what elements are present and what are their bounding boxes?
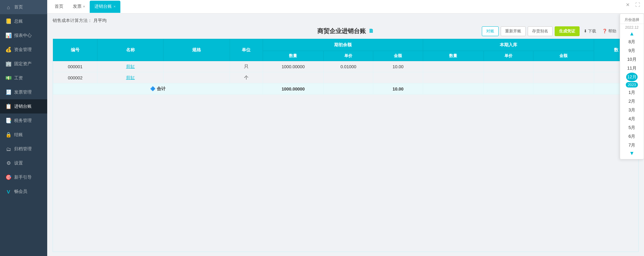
sub-col-opening-amount: 金额 <box>373 51 423 61</box>
tax-icon: 📑 <box>5 118 11 124</box>
sidebar-item-label: 新手引导 <box>14 174 32 180</box>
reopen-button[interactable]: 重新开账 <box>501 26 526 36</box>
sidebar-item-invoice-mgmt[interactable]: 🧾 发票管理 <box>0 85 47 99</box>
download-label: 下载 <box>588 28 596 34</box>
table-row: 000002 前缸 个 <box>53 72 638 83</box>
month-item-2[interactable]: 2月 <box>620 97 644 106</box>
col-group-opening: 期初余额 <box>263 39 423 51</box>
month-item-5[interactable]: 5月 <box>620 123 644 132</box>
month-prev-button[interactable]: ▲ <box>620 30 644 37</box>
cell-opening-price <box>323 72 373 83</box>
month-item-12[interactable]: 12月 <box>626 73 638 81</box>
page-title-text: 商贸企业进销台账 <box>317 27 366 35</box>
report-icon: 📊 <box>5 32 11 39</box>
page-title: 商贸企业进销台账 🗎 <box>317 27 374 35</box>
tab-invoice-close[interactable]: × <box>83 4 85 8</box>
sidebar-item-assets[interactable]: 🏢 固定资产 <box>0 57 47 71</box>
page-info-icon[interactable]: 🗎 <box>369 28 374 34</box>
month-item-11[interactable]: 11月 <box>620 64 644 73</box>
col-group-period-in: 本期入库 <box>423 39 594 51</box>
purchase-sales-icon: 📋 <box>5 103 11 109</box>
maximize-window-button[interactable]: ⛶ <box>634 1 641 8</box>
sidebar-item-salary[interactable]: 💵 工资 <box>0 71 47 85</box>
month-panel-year-2022: 2022.12 <box>625 25 639 30</box>
tab-home[interactable]: 首页 <box>50 1 68 13</box>
month-item-9[interactable]: 9月 <box>620 46 644 55</box>
sub-col-period-qty: 数量 <box>423 51 484 61</box>
main-content: 首页 发票 × 进销台账 × ✕ ⛶ 销售成本计算方法： 月平均 商贸企业进销台… <box>47 0 644 256</box>
total-opening-qty: 1000.00000 <box>263 83 323 95</box>
month-item-3[interactable]: 3月 <box>620 106 644 114</box>
cell-opening-amount: 10.00 <box>373 61 423 72</box>
closing-icon: 🔒 <box>5 132 11 138</box>
cell-name: 前缸 <box>97 61 163 72</box>
toolbar: 对账 重新开账 存货别名 生成凭证 ⬇ 下载 ❓ 帮助 🔄 刷新 <box>482 26 639 36</box>
sidebar-item-archive[interactable]: 🗂 归档管理 <box>0 142 47 156</box>
sidebar-item-label: 归档管理 <box>14 146 32 152</box>
cell-period-amount <box>533 72 594 83</box>
home-icon: ⌂ <box>5 4 11 10</box>
help-icon: ❓ <box>602 29 607 33</box>
cell-period-price <box>484 61 533 72</box>
col-header-unit: 单位 <box>230 39 263 61</box>
month-item-1[interactable]: 1月 <box>620 88 644 97</box>
sidebar-item-vip[interactable]: V 畅会员 <box>0 184 47 199</box>
cell-opening-qty: 1000.00000 <box>263 61 323 72</box>
tab-purchase-sales[interactable]: 进销台账 × <box>90 1 120 13</box>
month-panel: 月份选择 2022.12 ▲ 8月 9月 10月 11月 12月 2023 1月… <box>620 14 644 159</box>
sidebar-item-label: 工资 <box>14 75 23 81</box>
cost-method-bar: 销售成本计算方法： 月平均 <box>53 18 639 24</box>
total-label: 🔷合计 <box>53 83 263 95</box>
cell-period-qty <box>423 72 484 83</box>
cell-name: 前缸 <box>97 72 163 83</box>
sidebar-item-label: 畅会员 <box>14 188 27 195</box>
sidebar-item-finance[interactable]: 💰 资金管理 <box>0 43 47 57</box>
cell-spec <box>164 61 230 72</box>
help-label: 帮助 <box>608 28 616 34</box>
month-item-7[interactable]: 7月 <box>620 141 644 150</box>
sidebar-item-home[interactable]: ⌂ 首页 <box>0 0 47 14</box>
cell-unit: 个 <box>230 72 263 83</box>
sidebar-item-closing[interactable]: 🔒 结账 <box>0 128 47 142</box>
tab-purchase-sales-close[interactable]: × <box>113 4 115 8</box>
sidebar-item-label: 报表中心 <box>14 32 32 39</box>
reconcile-button[interactable]: 对账 <box>482 26 499 36</box>
year-2023-badge: 2023 <box>626 82 638 87</box>
cell-id: 000001 <box>53 61 97 72</box>
settings-icon: ⚙ <box>5 160 11 166</box>
data-table-wrapper: 编号 名称 规格 单位 期初余额 本期入库 数 数量 单价 金额 数量 单价 <box>53 39 639 252</box>
month-item-4[interactable]: 4月 <box>620 114 644 123</box>
sidebar-item-report[interactable]: 📊 报表中心 <box>0 28 47 43</box>
sidebar-item-label: 设置 <box>14 160 23 166</box>
cell-opening-price: 0.01000 <box>323 61 373 72</box>
cell-period-price <box>484 72 533 83</box>
sidebar-item-label: 进销台账 <box>14 103 32 109</box>
save-alias-button[interactable]: 存货别名 <box>528 26 553 36</box>
sidebar-item-label: 发票管理 <box>14 89 32 95</box>
sidebar-item-purchase-sales[interactable]: 📋 进销台账 <box>0 99 47 113</box>
close-window-button[interactable]: ✕ <box>624 1 631 8</box>
total-opening-amount: 10.00 <box>373 83 423 95</box>
sub-col-period-amount: 金额 <box>533 51 594 61</box>
generate-voucher-button[interactable]: 生成凭证 <box>555 26 580 36</box>
sub-col-opening-price: 单价 <box>323 51 373 61</box>
month-item-6[interactable]: 6月 <box>620 132 644 141</box>
cell-opening-qty <box>263 72 323 83</box>
sidebar-item-label: 资金管理 <box>14 47 32 53</box>
tab-purchase-sales-label: 进销台账 <box>94 3 112 9</box>
month-next-button[interactable]: ▼ <box>620 150 644 157</box>
month-item-8[interactable]: 8月 <box>620 37 644 46</box>
cell-spec <box>164 72 230 83</box>
month-item-10[interactable]: 10月 <box>620 55 644 64</box>
sidebar-item-settings[interactable]: ⚙ 设置 <box>0 156 47 170</box>
sidebar-item-label: 总账 <box>14 18 23 24</box>
sidebar-item-tax[interactable]: 📑 税务管理 <box>0 113 47 128</box>
cell-period-qty <box>423 61 484 72</box>
help-button[interactable]: ❓ 帮助 <box>600 27 618 35</box>
tab-home-label: 首页 <box>55 3 63 9</box>
sidebar-item-guide[interactable]: 🎯 新手引导 <box>0 170 47 184</box>
download-button[interactable]: ⬇ 下载 <box>582 27 598 35</box>
window-controls: ✕ ⛶ <box>624 1 641 8</box>
sidebar-item-ledger[interactable]: 📒 总账 <box>0 14 47 28</box>
tab-invoice[interactable]: 发票 × <box>68 1 90 13</box>
